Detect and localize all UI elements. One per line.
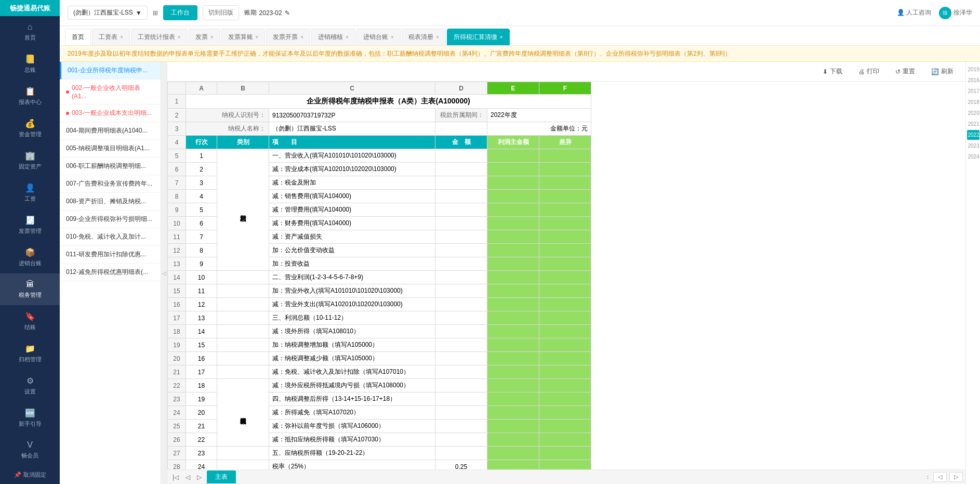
sidebar-item-salary[interactable]: 👤 工资 — [0, 177, 60, 209]
sidebar-item-guide[interactable]: 🆕 新手引导 — [0, 402, 60, 434]
close-icon[interactable]: × — [436, 34, 439, 40]
close-icon[interactable]: × — [391, 34, 394, 40]
print-button[interactable]: 🖨 打印 — [854, 65, 883, 78]
workbench-button[interactable]: 工作台 — [163, 5, 197, 20]
sidebar-item-member[interactable]: V 畅会员 — [0, 434, 60, 466]
row-profit — [487, 460, 539, 470]
main-content: (勿删）江西服宝-LSS ▼ ⊞ 工作台 切到旧版 账期 2023-02 ✎ 👤… — [60, 0, 980, 484]
row-diff — [539, 365, 591, 379]
table-row: 27 23 五、应纳税所得额（19-20-21-22） — [168, 447, 591, 460]
sheet-nav-next[interactable]: ▷ — [194, 473, 204, 482]
sidebar-item-tax[interactable]: 🏛 税务管理 — [0, 273, 60, 305]
tab-invoice-open[interactable]: 发票开票 × — [266, 29, 310, 45]
close-icon[interactable]: × — [210, 34, 214, 40]
timeline-2018[interactable]: 2018 — [967, 97, 979, 107]
timeline-2019[interactable]: 2019 — [967, 64, 979, 74]
nav-item-003[interactable]: 003-一般企业成本支出明细... — [60, 104, 161, 122]
row-diff — [539, 217, 591, 230]
nav-item-012[interactable]: 012-减免所得税优惠明细表(... — [60, 264, 161, 281]
timeline-2021[interactable]: 2021 — [967, 119, 979, 129]
assets-icon: 🏢 — [25, 151, 35, 161]
col-header-e: E — [487, 82, 539, 95]
sidebar-item-assets[interactable]: 🏢 固定资产 — [0, 145, 60, 177]
sidebar-item-finance[interactable]: 💰 资金管理 — [0, 112, 60, 145]
scroll-right-button[interactable]: ▷ — [949, 472, 963, 482]
sidebar-item-invoice[interactable]: 🧾 发票管理 — [0, 209, 60, 241]
scroll-left-button[interactable]: ◁ — [933, 472, 947, 482]
row-profit — [487, 433, 539, 447]
spreadsheet-wrapper: ⬇ 下载 🖨 打印 ↺ 重置 🔄 刷新 — [167, 62, 965, 484]
tab-home[interactable]: 首页 — [65, 29, 91, 46]
row-seq: 4 — [186, 190, 217, 203]
row-seq: 5 — [186, 203, 217, 217]
print-label: 打印 — [867, 67, 879, 76]
col-header-f: F — [539, 82, 591, 95]
copy-icon[interactable]: ⊞ — [153, 9, 158, 17]
sidebar-item-archive[interactable]: 📁 归档管理 — [0, 337, 60, 370]
tab-purchase-audit[interactable]: 进销稽核 × — [311, 29, 355, 45]
close-icon[interactable]: × — [346, 34, 349, 40]
nav-item-006[interactable]: 006-职工薪酬纳税调整明细... — [60, 158, 161, 175]
reset-button[interactable]: ↺ 重置 — [891, 65, 919, 78]
nav-item-002[interactable]: 002-一般企业收入明细表(A1... — [60, 80, 161, 104]
spreadsheet-container[interactable]: A B C D E F 1 企业所 — [167, 82, 965, 469]
unpin-button[interactable]: 📌 取消固定 — [0, 466, 60, 484]
error-dot-icon — [66, 112, 69, 115]
nav-item-007[interactable]: 007-广告费和业务宣传费跨年... — [60, 175, 161, 193]
nav-item-label: 011-研发费用加计扣除优惠... — [66, 250, 146, 259]
nav-item-008[interactable]: 008-资产折旧、摊销及纳税... — [60, 193, 161, 211]
sidebar-item-label: 发票管理 — [19, 227, 42, 235]
close-icon[interactable]: × — [256, 34, 259, 40]
close-icon[interactable]: × — [120, 34, 123, 40]
download-button[interactable]: ⬇ 下载 — [818, 65, 846, 78]
customer-service[interactable]: 👤 人工咨询 — [897, 8, 931, 17]
close-icon[interactable]: × — [300, 34, 303, 40]
row-number: 7 — [168, 176, 186, 190]
sidebar-item-label: 报表中心 — [19, 98, 42, 106]
tab-salary[interactable]: 工资表 × — [92, 29, 130, 45]
row-number: 4 — [168, 136, 186, 149]
tab-tax-list[interactable]: 税表清册 × — [402, 29, 446, 45]
nav-item-010[interactable]: 010-免税、减计收入及加计... — [60, 228, 161, 246]
company-selector[interactable]: (勿删）江西服宝-LSS ▼ — [68, 6, 148, 20]
nav-item-004[interactable]: 004-期间费用明细表(A1040... — [60, 122, 161, 140]
sidebar-item-checkout[interactable]: 🔖 结账 — [0, 305, 60, 337]
sheet-nav-first[interactable]: |◁ — [170, 473, 181, 482]
row-diff — [539, 244, 591, 257]
sheet-nav-prev[interactable]: ◁ — [183, 473, 193, 482]
timeline-2017[interactable]: 2017 — [967, 86, 979, 96]
user-info[interactable]: 徐 徐泽华 — [939, 7, 972, 19]
tab-purchase-ledger[interactable]: 进销台账 × — [356, 29, 401, 45]
tab-invoice-calc[interactable]: 发票算账 × — [221, 29, 266, 45]
timeline-2024[interactable]: 2024 — [967, 152, 979, 162]
timeline-2016[interactable]: 2016 — [967, 75, 979, 85]
collapse-panel-button[interactable]: ◁ — [161, 62, 167, 484]
pin-icon: 📌 — [14, 472, 21, 478]
nav-item-009[interactable]: 009-企业所得税弥补亏损明细... — [60, 211, 161, 228]
row-seq: 20 — [186, 406, 217, 420]
close-icon[interactable]: × — [500, 34, 503, 40]
sidebar-item-ledger[interactable]: 📒 总账 — [0, 48, 60, 80]
edit-period-icon[interactable]: ✎ — [285, 9, 290, 17]
close-icon[interactable]: × — [178, 34, 181, 40]
tab-income-tax[interactable]: 所得税汇算清缴 × — [447, 29, 510, 46]
category-label — [217, 325, 269, 338]
row-number: 17 — [168, 311, 186, 325]
sidebar-item-purchase-sale[interactable]: 📦 进销台账 — [0, 241, 60, 273]
switch-version-button[interactable]: 切到旧版 — [203, 5, 239, 20]
timeline-2022[interactable]: 2022 — [967, 130, 979, 140]
timeline-2023[interactable]: 2023 — [967, 141, 979, 151]
timeline-2020[interactable]: 2020 — [967, 108, 979, 118]
warning-bar: 2019年度步及取以初年度结转数据的申报表单元格需要手工维护正确，才能保证本年及… — [60, 46, 980, 62]
sidebar-item-settings[interactable]: ⚙ 设置 — [0, 370, 60, 402]
row-number: 21 — [168, 365, 186, 379]
nav-item-001[interactable]: 001-企业所得税年度纳税申... — [60, 62, 161, 80]
sidebar-item-home[interactable]: ⌂ 首页 — [0, 16, 60, 48]
tab-salary-report[interactable]: 工资统计报表 × — [131, 29, 188, 45]
nav-item-011[interactable]: 011-研发费用加计扣除优惠... — [60, 246, 161, 264]
nav-item-005[interactable]: 005-纳税调整项目明细表(A1... — [60, 140, 161, 158]
sheet-tab-main[interactable]: 主表 — [207, 470, 236, 483]
refresh-button[interactable]: 🔄 刷新 — [927, 65, 958, 78]
tab-invoice[interactable]: 发票 × — [189, 29, 220, 45]
sidebar-item-report[interactable]: 📋 报表中心 — [0, 80, 60, 112]
